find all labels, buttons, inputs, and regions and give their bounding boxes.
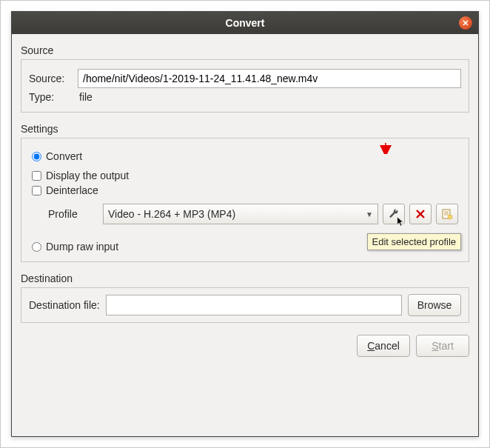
svg-point-10 (448, 215, 452, 219)
profile-selected-value: Video - H.264 + MP3 (MP4) (108, 208, 235, 220)
display-output-label: Display the output (46, 170, 129, 181)
source-label: Source: (29, 73, 73, 84)
new-profile-icon (441, 208, 453, 220)
profile-combobox[interactable]: Video - H.264 + MP3 (MP4) ▼ (103, 204, 378, 224)
start-button-label: Start (432, 340, 454, 352)
destination-file-label: Destination file: (29, 299, 100, 311)
convert-radio-label: Convert (46, 150, 82, 162)
display-output-row[interactable]: Display the output (32, 170, 458, 181)
convert-radio[interactable] (32, 152, 41, 161)
dialog-footer: Cancel Start (21, 330, 469, 357)
close-button[interactable] (459, 16, 472, 30)
delete-icon (415, 208, 426, 220)
start-button[interactable]: Start (416, 335, 469, 357)
settings-box: Convert Display the output Deinterlace P… (21, 138, 469, 262)
settings-section-title: Settings (21, 123, 469, 135)
source-section-title: Source (21, 44, 469, 56)
screenshot-frame: Convert Source Source: Type: file Settin… (0, 0, 490, 448)
profile-label: Profile (48, 208, 98, 220)
browse-button[interactable]: Browse (408, 294, 461, 316)
chevron-down-icon: ▼ (366, 210, 373, 218)
deinterlace-label: Deinterlace (46, 184, 98, 196)
convert-dialog: Convert Source Source: Type: file Settin… (11, 11, 479, 437)
dump-raw-radio[interactable] (32, 242, 41, 252)
source-input[interactable] (78, 69, 461, 88)
destination-box: Destination file: Browse (21, 287, 469, 323)
close-icon (462, 19, 469, 27)
source-box: Source: Type: file (21, 59, 469, 113)
destination-file-input[interactable] (106, 295, 402, 315)
cancel-button-label: Cancel (367, 340, 400, 352)
display-output-checkbox[interactable] (32, 171, 41, 181)
deinterlace-checkbox[interactable] (32, 186, 41, 195)
delete-profile-button[interactable] (409, 204, 432, 224)
dialog-content: Source Source: Type: file Settings Conve… (12, 34, 478, 436)
titlebar: Convert (12, 12, 478, 34)
new-profile-button[interactable] (436, 204, 458, 224)
convert-radio-row[interactable]: Convert (32, 150, 458, 162)
edit-profile-tooltip: Edit selected profile (367, 233, 461, 250)
type-value: file (78, 91, 93, 103)
browse-button-label: Browse (417, 299, 452, 311)
dump-raw-label: Dump raw input (46, 241, 118, 253)
cancel-button[interactable]: Cancel (357, 335, 410, 357)
type-label: Type: (29, 91, 73, 103)
edit-profile-button[interactable] (383, 204, 405, 224)
deinterlace-row[interactable]: Deinterlace (32, 184, 458, 196)
window-title: Convert (226, 17, 265, 29)
destination-section-title: Destination (21, 273, 469, 284)
wrench-icon (388, 208, 400, 220)
